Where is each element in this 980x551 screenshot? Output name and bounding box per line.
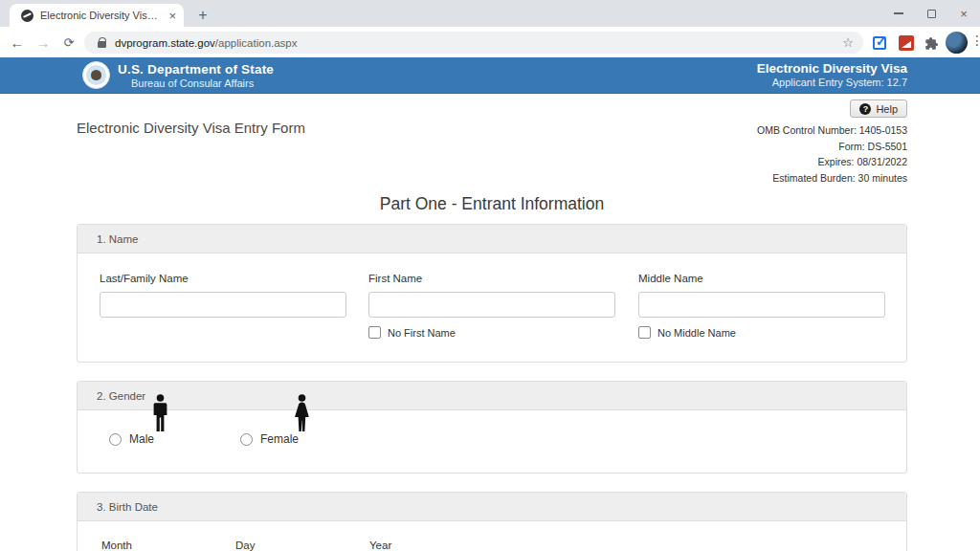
banner-agency: U.S. Department of State xyxy=(118,62,274,77)
help-question-icon: ? xyxy=(859,103,871,115)
extension-check-icon[interactable] xyxy=(869,33,890,54)
female-radio[interactable] xyxy=(240,433,253,446)
no-middle-name-checkbox[interactable] xyxy=(638,326,651,339)
male-radio[interactable] xyxy=(109,433,122,446)
no-first-name-label: No First Name xyxy=(388,327,456,339)
first-name-input[interactable] xyxy=(368,292,615,318)
omb-control-number: OMB Control Number: 1405-0153 xyxy=(757,122,907,139)
middle-name-input[interactable] xyxy=(638,292,885,318)
window-controls: × xyxy=(882,0,980,27)
female-person-icon xyxy=(291,394,313,436)
tab-favicon-icon xyxy=(21,10,33,22)
omb-expires: Expires: 08/31/2022 xyxy=(757,154,907,170)
birth-year-label: Year xyxy=(369,540,391,551)
extension-chart-icon[interactable] xyxy=(896,33,917,54)
help-button[interactable]: ? Help xyxy=(850,99,907,118)
extensions-puzzle-icon[interactable] xyxy=(921,33,942,54)
minimize-button[interactable] xyxy=(882,0,915,27)
browser-tab[interactable]: Electronic Diversity Visa Program × xyxy=(10,4,184,27)
banner-left: U.S. Department of State Bureau of Consu… xyxy=(82,61,274,89)
section-gender: 2. Gender Male Female xyxy=(77,381,907,474)
banner-app-subtitle: Applicant Entry System: 12.7 xyxy=(757,77,907,88)
address-bar[interactable]: dvprogram.state.gov/application.aspx ☆ xyxy=(84,32,863,54)
url-text: dvprogram.state.gov/application.aspx xyxy=(115,37,842,49)
omb-burden: Estimated Burden: 30 minutes xyxy=(757,170,907,187)
tab-strip: Electronic Diversity Visa Program × + × xyxy=(0,0,980,27)
tab-close-icon[interactable]: × xyxy=(168,9,176,23)
omb-form-number: Form: DS-5501 xyxy=(757,139,907,155)
help-button-label: Help xyxy=(876,103,898,115)
refresh-button[interactable]: ⟳ xyxy=(57,33,80,54)
maximize-button[interactable] xyxy=(915,0,947,27)
tab-title: Electronic Diversity Visa Program xyxy=(40,10,163,21)
no-middle-name-label: No Middle Name xyxy=(657,327,736,339)
url-path: /application.aspx xyxy=(215,37,298,49)
section-name-header: 1. Name xyxy=(78,225,906,253)
male-person-icon xyxy=(150,394,170,436)
section-birth-date: 3. Birth Date Month Day Year xyxy=(77,492,907,551)
banner-app-title: Electronic Diversity Visa xyxy=(757,61,907,76)
back-button[interactable]: ← xyxy=(6,33,29,54)
profile-avatar[interactable] xyxy=(946,32,968,54)
last-name-input[interactable] xyxy=(100,292,346,318)
part-one-title: Part One - Entrant Information xyxy=(77,194,907,214)
section-birth-date-header: 3. Birth Date xyxy=(78,493,906,521)
page-title: Electronic Diversity Visa Entry Form xyxy=(77,120,305,136)
banner-bureau: Bureau of Consular Affairs xyxy=(131,77,274,89)
last-name-label: Last/Family Name xyxy=(100,273,189,284)
url-domain: dvprogram.state.gov xyxy=(115,37,215,49)
new-tab-button[interactable]: + xyxy=(191,5,214,26)
browser-menu-icon[interactable]: ⋮ xyxy=(970,33,980,48)
close-window-button[interactable]: × xyxy=(947,0,980,27)
dos-seal-logo xyxy=(82,61,110,89)
middle-name-label: Middle Name xyxy=(638,273,703,284)
birth-day-label: Day xyxy=(235,540,255,551)
first-name-label: First Name xyxy=(368,273,422,284)
banner-right: Electronic Diversity Visa Applicant Entr… xyxy=(757,61,907,88)
forward-button[interactable]: → xyxy=(32,33,55,54)
site-banner: U.S. Department of State Bureau of Consu… xyxy=(0,57,980,94)
no-first-name-checkbox[interactable] xyxy=(368,326,381,339)
section-gender-header: 2. Gender xyxy=(78,382,906,410)
section-name: 1. Name Last/Family Name First Name No F… xyxy=(77,224,907,363)
bookmark-star-icon[interactable]: ☆ xyxy=(842,35,854,50)
omb-info: OMB Control Number: 1405-0153 Form: DS-5… xyxy=(757,122,907,186)
birth-month-label: Month xyxy=(101,540,132,551)
lock-icon xyxy=(98,37,106,48)
